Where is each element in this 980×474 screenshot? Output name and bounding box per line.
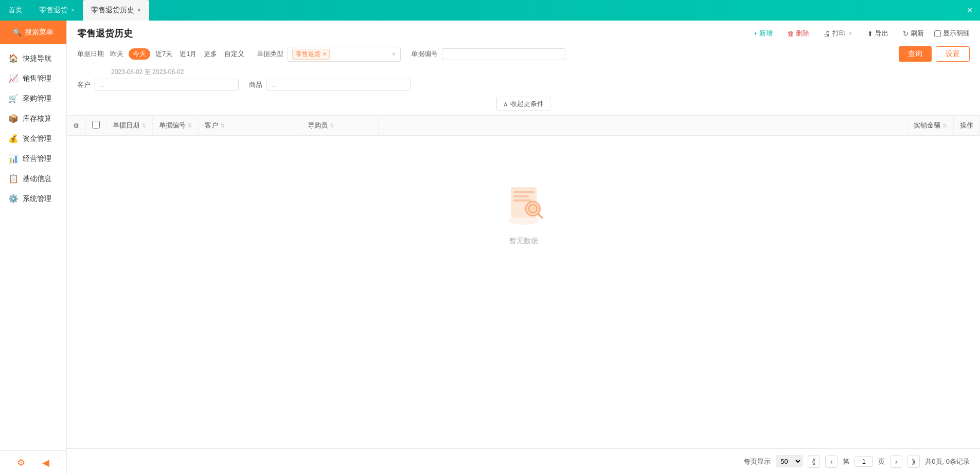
sidebar-bottom: ⚙ ◀ xyxy=(0,450,66,474)
search-icon: 🔍 xyxy=(13,28,22,37)
filter-docnumber-item: 单据编号 xyxy=(411,48,565,60)
filter-goods-select[interactable]: ... xyxy=(266,79,411,90)
per-page-label: 每页显示 xyxy=(744,457,771,466)
tab-retail-return[interactable]: 零售退货 × xyxy=(31,0,83,21)
add-button[interactable]: + 新增 xyxy=(750,27,777,40)
delete-icon: 🗑 xyxy=(787,30,794,38)
data-table: ⚙ 单据日期 ⇅ 单据编号 ⇅ xyxy=(67,116,980,136)
sidebar-audio-button[interactable]: ◀ xyxy=(42,457,49,468)
date-range-display: 2023-06-02 至 2023-06-02 xyxy=(77,67,970,79)
query-button[interactable]: 查询 xyxy=(899,46,932,62)
empty-state: 暂无数据 xyxy=(67,136,980,266)
collapse-button[interactable]: ∧ 收起更条件 xyxy=(496,97,550,111)
date-opt-today[interactable]: 今天 xyxy=(129,48,150,60)
sidebar-item-basic-info[interactable]: 📋 基础信息 xyxy=(0,169,66,189)
page-number-input[interactable] xyxy=(854,456,873,467)
inventory-icon: 📦 xyxy=(8,114,19,123)
page-last-button[interactable]: ⟫ xyxy=(907,455,920,468)
date-opt-last7[interactable]: 近7天 xyxy=(153,48,174,60)
delete-button[interactable]: 🗑 删除 xyxy=(783,27,813,40)
th-guide-label: 导购员 xyxy=(308,121,328,129)
content-area: 零售退货历史 + 新增 🗑 删除 🖨 打印 ▼ ⬆ xyxy=(67,21,980,474)
pagination-bar: 每页显示 50 10 20 100 ⟪ ‹ 第 页 › ⟫ 共0页, 0条记录 xyxy=(67,448,980,474)
th-actual-amount[interactable]: 实销金额 ⇅ xyxy=(907,116,954,136)
tab-retail-return-history[interactable]: 零售退货历史 × xyxy=(83,0,149,21)
date-opt-more[interactable]: 更多 xyxy=(202,48,219,60)
th-customer[interactable]: 客户 ⇅ xyxy=(199,116,301,136)
refresh-button[interactable]: ↻ 刷新 xyxy=(899,27,928,40)
tab-list: 首页 零售退货 × 零售退货历史 × xyxy=(0,0,959,21)
page-title-row: 零售退货历史 + 新增 🗑 删除 🖨 打印 ▼ ⬆ xyxy=(77,27,970,40)
filter-doctype-label: 单据类型 xyxy=(257,49,283,59)
print-button[interactable]: 🖨 打印 ▼ xyxy=(819,27,857,40)
date-options: 昨天 今天 近7天 近1月 更多 自定义 xyxy=(108,48,246,60)
date-opt-last1m[interactable]: 近1月 xyxy=(177,48,199,60)
th-doc-number[interactable]: 单据编号 ⇅ xyxy=(152,116,199,136)
sidebar-item-quick-nav[interactable]: 🏠 快捷导航 xyxy=(0,48,66,68)
sidebar-search[interactable]: 🔍 搜索菜单 xyxy=(0,21,66,44)
sidebar-item-system-mgmt[interactable]: ⚙️ 系统管理 xyxy=(0,189,66,209)
sidebar-search-label: 搜索菜单 xyxy=(25,28,54,37)
th-checkbox[interactable] xyxy=(86,116,106,136)
select-all-checkbox[interactable] xyxy=(92,121,100,129)
page-prev-button[interactable]: ‹ xyxy=(825,455,838,468)
main-layout: 🔍 搜索菜单 🏠 快捷导航 📈 销售管理 🛒 采购管理 📦 库存核算 💰 xyxy=(0,21,980,474)
settings-button[interactable]: 设置 xyxy=(936,46,970,62)
th-gear[interactable]: ⚙ xyxy=(67,116,86,136)
tab-retail-return-close[interactable]: × xyxy=(71,7,75,14)
sidebar-item-finance[interactable]: 💰 资金管理 xyxy=(0,129,66,149)
page-unit: 页 xyxy=(878,457,885,466)
goods-placeholder: ... xyxy=(271,81,277,88)
doctype-tag: 零售退货 × xyxy=(292,49,330,60)
doc-number-sort-icon: ⇅ xyxy=(187,122,192,129)
sidebar-item-label-operations: 经营管理 xyxy=(23,154,51,163)
sidebar-item-sales-mgmt[interactable]: 📈 销售管理 xyxy=(0,68,66,88)
svg-rect-3 xyxy=(513,195,529,197)
tab-retail-return-history-close[interactable]: × xyxy=(137,7,141,14)
export-icon: ⬆ xyxy=(867,30,873,38)
filter-date-label: 单据日期 xyxy=(77,49,104,59)
filter-docnumber-input[interactable] xyxy=(442,48,565,60)
th-doc-date[interactable]: 单据日期 ⇅ xyxy=(106,116,153,136)
export-button[interactable]: ⬆ 导出 xyxy=(863,27,893,40)
doctype-dropdown-icon: ▼ xyxy=(391,51,397,57)
show-detail-checkbox[interactable] xyxy=(934,30,941,37)
th-doc-number-label: 单据编号 xyxy=(159,121,186,129)
system-icon: ⚙️ xyxy=(8,194,19,204)
sidebar-settings-button[interactable]: ⚙ xyxy=(17,457,25,468)
th-spacer xyxy=(379,116,907,136)
show-detail-checkbox-area[interactable]: 显示明细 xyxy=(934,29,970,38)
basic-info-icon: 📋 xyxy=(8,174,19,184)
filter-customer-select[interactable]: ... xyxy=(95,79,239,90)
sales-icon: 📈 xyxy=(8,74,19,83)
page-next-button[interactable]: › xyxy=(890,455,902,468)
sidebar-item-inventory[interactable]: 📦 库存核算 xyxy=(0,108,66,129)
svg-rect-4 xyxy=(513,199,531,202)
top-bar: 首页 零售退货 × 零售退货历史 × × xyxy=(0,0,980,21)
doctype-tag-close[interactable]: × xyxy=(323,50,326,58)
refresh-icon: ↻ xyxy=(903,30,908,38)
date-opt-yesterday[interactable]: 昨天 xyxy=(108,48,126,60)
page-label: 第 xyxy=(843,457,849,466)
page-title: 零售退货历史 xyxy=(77,27,133,40)
table-header: ⚙ 单据日期 ⇅ 单据编号 ⇅ xyxy=(67,116,980,136)
customer-placeholder: ... xyxy=(99,81,105,88)
date-opt-custom[interactable]: 自定义 xyxy=(222,48,246,60)
sidebar-item-purchase-mgmt[interactable]: 🛒 采购管理 xyxy=(0,88,66,108)
window-close-button[interactable]: × xyxy=(959,0,980,21)
page-first-button[interactable]: ⟪ xyxy=(808,455,820,468)
content-header: 零售退货历史 + 新增 🗑 删除 🖨 打印 ▼ ⬆ xyxy=(67,21,980,116)
guide-sort-icon: ⇅ xyxy=(330,122,334,129)
th-guide[interactable]: 导购员 ⇅ xyxy=(301,116,379,136)
filter-doctype-select[interactable]: 零售退货 × ▼ xyxy=(288,47,401,62)
sidebar-item-label-system: 系统管理 xyxy=(23,194,51,204)
gear-icon[interactable]: ⚙ xyxy=(73,122,79,130)
sidebar-item-operations[interactable]: 📊 经营管理 xyxy=(0,149,66,169)
th-actual-amount-label: 实销金额 xyxy=(914,121,940,129)
per-page-select[interactable]: 50 10 20 100 xyxy=(776,455,803,467)
sidebar-item-label-inventory: 库存核算 xyxy=(23,114,51,123)
th-customer-label: 客户 xyxy=(205,121,218,129)
tab-home[interactable]: 首页 xyxy=(0,0,31,21)
table-area: ⚙ 单据日期 ⇅ 单据编号 ⇅ xyxy=(67,116,980,448)
print-icon: 🖨 xyxy=(824,30,830,38)
